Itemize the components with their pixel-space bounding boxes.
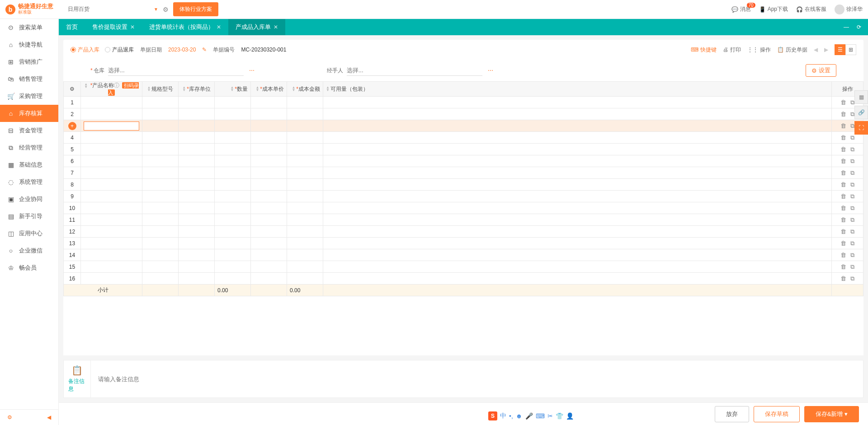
sidebar-item[interactable]: ⊟资金管理: [0, 122, 58, 139]
online-service-link[interactable]: 🎧 在线客服: [796, 5, 826, 13]
experience-button[interactable]: 体验行业方案: [173, 2, 218, 16]
close-icon[interactable]: ✕: [130, 24, 135, 30]
close-icon[interactable]: ✕: [217, 24, 221, 30]
sidebar-item[interactable]: 🛍销售管理: [0, 70, 58, 88]
next-icon[interactable]: ▶: [824, 47, 828, 53]
save-new-button[interactable]: 保存&新增 ▾: [804, 406, 859, 422]
close-icon[interactable]: ✕: [274, 24, 278, 30]
sidebar-item[interactable]: ○企业微信: [0, 242, 58, 259]
add-row-button[interactable]: +: [68, 122, 76, 130]
table-row[interactable]: 9 🗑 ⧉: [64, 191, 863, 202]
view-list-button[interactable]: ☰: [835, 44, 845, 55]
warehouse-input[interactable]: [108, 65, 244, 76]
table-row[interactable]: 4 🗑 ⧉: [64, 132, 863, 144]
col-price[interactable]: ▲▼*成本单价: [251, 82, 287, 97]
sidebar-item[interactable]: ⊞营销推广: [0, 53, 58, 70]
category-selector[interactable]: 日用百货 ▼: [68, 5, 158, 13]
table-row[interactable]: 6 🗑 ⧉: [64, 155, 863, 167]
col-spec[interactable]: ▲▼规格型号: [142, 82, 179, 97]
copy-icon[interactable]: ⧉: [850, 193, 854, 200]
sidebar-item[interactable]: ⌂库存核算: [0, 105, 58, 122]
delete-icon[interactable]: 🗑: [840, 205, 846, 211]
edit-icon[interactable]: ✎: [202, 47, 207, 53]
copy-icon[interactable]: ⧉: [850, 181, 854, 188]
copy-icon[interactable]: ⧉: [850, 205, 854, 211]
copy-icon[interactable]: ⧉: [850, 263, 854, 270]
delete-icon[interactable]: 🗑: [840, 193, 846, 200]
warehouse-more-icon[interactable]: ⋯: [249, 67, 255, 74]
radio-product-in[interactable]: 产品入库: [71, 46, 99, 54]
copy-icon[interactable]: ⧉: [850, 158, 854, 164]
sidebar-item[interactable]: ▣企业协同: [0, 191, 58, 208]
table-row[interactable]: 7 🗑 ⧉: [64, 167, 863, 179]
col-unit[interactable]: ▲▼*库存单位: [179, 82, 215, 97]
table-row[interactable]: + 🗑 ⧉: [64, 120, 863, 132]
tab[interactable]: 首页: [59, 19, 85, 35]
sidebar-item[interactable]: ⧉经营管理: [0, 139, 58, 156]
table-row[interactable]: 8 🗑 ⧉: [64, 179, 863, 191]
view-grid-button[interactable]: ⊞: [845, 44, 856, 55]
delete-icon[interactable]: 🗑: [840, 169, 846, 176]
prev-icon[interactable]: ◀: [814, 47, 818, 53]
rail-btn-2[interactable]: 🔗: [854, 106, 868, 119]
tabs-minimize-icon[interactable]: —: [841, 22, 852, 33]
copy-icon[interactable]: ⧉: [850, 228, 854, 235]
table-row[interactable]: 13 🗑 ⧉: [64, 238, 863, 249]
messages-link[interactable]: 💬 消息 70: [731, 5, 751, 13]
tab[interactable]: 产成品入库单✕: [228, 19, 285, 35]
sidebar-item[interactable]: ▦基础信息: [0, 156, 58, 173]
table-row[interactable]: 1 🗑 ⧉: [64, 97, 863, 108]
col-settings[interactable]: ⚙: [64, 82, 81, 97]
app-download-link[interactable]: 📱 App下载: [759, 5, 788, 13]
delete-icon[interactable]: 🗑: [840, 146, 846, 153]
copy-icon[interactable]: ⧉: [850, 216, 854, 223]
delete-icon[interactable]: 🗑: [840, 275, 846, 282]
copy-icon[interactable]: ⧉: [850, 111, 854, 117]
col-avail[interactable]: ▲▼可用量（包装）: [323, 82, 832, 97]
delete-icon[interactable]: 🗑: [840, 111, 846, 117]
tab[interactable]: 进货单统计表（按商品）✕: [142, 19, 228, 35]
history-link[interactable]: 📋 历史单据: [777, 46, 807, 54]
handler-more-icon[interactable]: ⋯: [488, 67, 493, 74]
collapse-icon[interactable]: ◀: [47, 414, 51, 420]
copy-icon[interactable]: ⧉: [850, 122, 854, 129]
copy-icon[interactable]: ⧉: [850, 240, 854, 247]
print-link[interactable]: 🖨 打印: [723, 46, 741, 54]
operate-link[interactable]: ⋮⋮ 操作: [747, 46, 771, 54]
delete-icon[interactable]: 🗑: [840, 181, 846, 188]
delete-icon[interactable]: 🗑: [840, 228, 846, 235]
sidebar-item[interactable]: ⌂快捷导航: [0, 36, 58, 53]
radio-product-out[interactable]: 产品退库: [105, 46, 134, 54]
sidebar-item[interactable]: ◌系统管理: [0, 173, 58, 191]
rail-btn-3[interactable]: ⛶: [854, 121, 868, 135]
table-row[interactable]: 2 🗑 ⧉: [64, 108, 863, 120]
col-amount[interactable]: ▲▼*成本金额: [287, 82, 323, 97]
copy-icon[interactable]: ⧉: [850, 99, 854, 106]
product-name-input[interactable]: [84, 121, 139, 131]
user-menu[interactable]: 徐泽华: [835, 5, 863, 14]
delete-icon[interactable]: 🗑: [840, 158, 846, 164]
sidebar-item[interactable]: ▤新手引导: [0, 208, 58, 225]
sidebar-item[interactable]: 🛒采购管理: [0, 88, 58, 105]
copy-icon[interactable]: ⧉: [850, 169, 854, 176]
copy-icon[interactable]: ⧉: [850, 134, 854, 141]
copy-icon[interactable]: ⧉: [850, 275, 854, 282]
settings-icon[interactable]: ⚙: [7, 414, 12, 420]
col-name[interactable]: ▲▼ *产品名称ⓘ 扫码录入: [81, 82, 142, 97]
delete-icon[interactable]: 🗑: [840, 252, 846, 258]
handler-input[interactable]: [347, 65, 482, 76]
discard-button[interactable]: 放弃: [715, 406, 749, 422]
table-row[interactable]: 12 🗑 ⧉: [64, 226, 863, 238]
delete-icon[interactable]: 🗑: [840, 134, 846, 141]
table-row[interactable]: 10 🗑 ⧉: [64, 202, 863, 214]
rail-btn-1[interactable]: ▦: [854, 90, 868, 104]
remarks-input[interactable]: [91, 360, 863, 397]
sidebar-item[interactable]: ◫应用中心: [0, 225, 58, 242]
copy-icon[interactable]: ⧉: [850, 252, 854, 258]
table-row[interactable]: 15 🗑 ⧉: [64, 261, 863, 273]
settings-button[interactable]: ⚙ 设置: [806, 64, 836, 77]
table-row[interactable]: 5 🗑 ⧉: [64, 144, 863, 155]
copy-icon[interactable]: ⧉: [850, 146, 854, 153]
col-qty[interactable]: ▲▼*数量: [215, 82, 251, 97]
tabs-refresh-icon[interactable]: ⟳: [854, 22, 864, 33]
